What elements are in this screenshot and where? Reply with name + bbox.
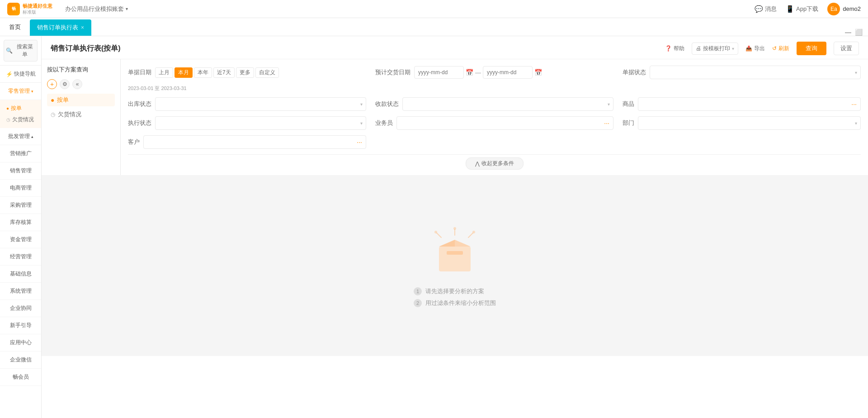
page-actions: ❓ 帮助 🖨 按模板打印 ▾ 📤 导出 ↺ 刷新 查询 设置 bbox=[665, 42, 859, 55]
empty-step-1: 1 请先选择要分析的方案 bbox=[414, 287, 496, 295]
tab-home[interactable]: 首页 bbox=[0, 19, 30, 36]
chevron-down-icon: ▾ bbox=[31, 89, 33, 94]
print-dropdown-icon: ▾ bbox=[732, 46, 734, 51]
sidebar-item-operation[interactable]: 经营管理 bbox=[0, 248, 41, 266]
sidebar-item-marketing[interactable]: 营销推广 bbox=[0, 145, 41, 162]
calendar-icon-right[interactable]: 📅 bbox=[534, 69, 542, 76]
query-button[interactable]: 查询 bbox=[797, 42, 826, 55]
tab-bar: 首页 销售订单执行表 × — ⬜ bbox=[0, 18, 868, 36]
message-button[interactable]: 💬 消息 bbox=[755, 5, 777, 13]
date-options: 上月 本月 本年 近7天 更多 自定义 bbox=[155, 67, 366, 78]
tab-sales-order[interactable]: 销售订单执行表 × bbox=[30, 19, 91, 36]
export-icon: 📤 bbox=[745, 45, 752, 52]
app-download-button[interactable]: 📱 App下载 bbox=[786, 5, 818, 13]
refresh-icon: ↺ bbox=[772, 45, 777, 52]
refresh-button[interactable]: ↺ 刷新 bbox=[772, 45, 789, 52]
window-maximize-button[interactable]: ⬜ bbox=[855, 28, 863, 36]
plan-list: ● 按单 ◷ 欠货情况 bbox=[47, 94, 115, 121]
goods-ellipsis-icon[interactable]: ··· bbox=[851, 100, 857, 108]
sidebar-item-basic[interactable]: 基础信息 bbox=[0, 266, 41, 283]
search-menu-button[interactable]: 🔍 搜索菜单 bbox=[4, 40, 38, 62]
add-plan-button[interactable]: + bbox=[47, 79, 57, 89]
tab-close-icon[interactable]: × bbox=[81, 24, 84, 31]
sidebar-item-app-center[interactable]: 应用中心 bbox=[0, 334, 41, 352]
print-icon: 🖨 bbox=[696, 45, 701, 52]
filter-settings-button[interactable]: 设置 bbox=[834, 42, 859, 55]
sidebar-item-retail[interactable]: 零售管理 ▾ bbox=[0, 83, 41, 100]
plan-inactive-icon: ◷ bbox=[51, 111, 55, 118]
department-select[interactable] bbox=[638, 116, 861, 130]
nav-icon: ⚡ bbox=[6, 71, 13, 77]
date-btn-more[interactable]: 更多 bbox=[236, 67, 254, 78]
expected-date-field: 预计交货日期 📅 — 📅 bbox=[375, 66, 613, 79]
logo-text: 畅捷通好生意 标准版 bbox=[23, 3, 52, 15]
active-dot-icon: ● bbox=[6, 106, 9, 111]
payment-status-select[interactable] bbox=[402, 97, 613, 111]
svg-rect-3 bbox=[447, 251, 463, 255]
date-btn-this-year[interactable]: 本年 bbox=[194, 67, 212, 78]
sidebar-item-purchase[interactable]: 采购管理 bbox=[0, 197, 41, 214]
sidebar-item-ecommerce[interactable]: 电商管理 bbox=[0, 180, 41, 197]
sidebar-item-newbie[interactable]: 新手引导 bbox=[0, 317, 41, 334]
date-range-dash: — bbox=[475, 69, 481, 76]
window-minimize-button[interactable]: — bbox=[845, 28, 851, 36]
empty-steps: 1 请先选择要分析的方案 2 用过滤条件来缩小分析范围 bbox=[414, 287, 496, 307]
out-status-field: 出库状态 ▾ bbox=[128, 97, 366, 111]
app-icon: 📱 bbox=[786, 5, 794, 13]
exec-status-select-wrapper: ▾ bbox=[155, 116, 366, 130]
sidebar-item-wholesale[interactable]: 批发管理 ▴ bbox=[0, 128, 41, 145]
date-btn-last-month[interactable]: 上月 bbox=[155, 67, 173, 78]
expected-date-from-input[interactable] bbox=[414, 66, 464, 79]
sidebar-item-membership[interactable]: 畅会员 bbox=[0, 369, 41, 386]
collapse-button[interactable]: ⋀ 收起更多条件 bbox=[466, 157, 524, 170]
sidebar-item-sales[interactable]: 销售管理 bbox=[0, 162, 41, 180]
sidebar-item-欠货情况[interactable]: ◷ 欠货情况 bbox=[4, 114, 38, 125]
plan-filter-header: 按以下方案查询 bbox=[47, 66, 115, 74]
help-button[interactable]: ❓ 帮助 bbox=[665, 45, 684, 52]
top-bar: 畅 畅捷通好生意 标准版 办公用品行业模拟账套 ▾ 💬 消息 📱 App下载 E… bbox=[0, 0, 868, 18]
system-dropdown[interactable]: 办公用品行业模拟账套 ▾ bbox=[65, 5, 128, 13]
payment-status-select-wrapper: ▾ bbox=[402, 97, 613, 111]
out-status-select-wrapper: ▾ bbox=[155, 97, 366, 111]
data-area: 1 请先选择要分析的方案 2 用过滤条件来缩小分析范围 bbox=[42, 175, 868, 356]
date-btn-custom[interactable]: 自定义 bbox=[255, 67, 279, 78]
sidebar-item-wechat[interactable]: 企业微信 bbox=[0, 352, 41, 369]
date-btn-7days[interactable]: 近7天 bbox=[213, 67, 235, 78]
sidebar-item-finance[interactable]: 资金管理 bbox=[0, 231, 41, 248]
plan-item-欠货情况[interactable]: ◷ 欠货情况 bbox=[47, 108, 115, 121]
search-icon: 🔍 bbox=[6, 48, 13, 54]
export-button[interactable]: 📤 导出 bbox=[745, 45, 765, 52]
plan-collapse-button[interactable]: « bbox=[72, 79, 82, 89]
calendar-icon-left[interactable]: 📅 bbox=[466, 69, 473, 76]
page-title: 销售订单执行表(按单) bbox=[51, 44, 121, 53]
salesperson-ellipsis-icon[interactable]: ··· bbox=[604, 119, 609, 127]
user-profile[interactable]: Ea demo2 bbox=[827, 3, 861, 15]
goods-input[interactable] bbox=[642, 101, 849, 108]
plan-settings-button[interactable]: ⚙ bbox=[60, 79, 70, 89]
quick-nav-button[interactable]: ⚡ 快捷导航 bbox=[0, 67, 41, 81]
step1-num: 1 bbox=[414, 287, 422, 295]
sidebar-item-inventory[interactable]: 库存核算 bbox=[0, 214, 41, 231]
salesperson-input[interactable] bbox=[401, 120, 604, 127]
out-status-select[interactable] bbox=[155, 97, 366, 111]
department-select-wrapper: ▾ bbox=[638, 116, 861, 130]
customer-input[interactable] bbox=[147, 139, 357, 146]
salesperson-input-wrapper: ··· bbox=[396, 116, 613, 130]
order-status-select[interactable] bbox=[650, 66, 861, 79]
customer-ellipsis-icon[interactable]: ··· bbox=[357, 138, 362, 146]
template-print-button[interactable]: 🖨 按模板打印 ▾ bbox=[692, 43, 738, 55]
expected-date-to-input[interactable] bbox=[483, 66, 533, 79]
date-btn-this-month[interactable]: 本月 bbox=[175, 67, 193, 78]
exec-status-field: 执行状态 ▾ bbox=[128, 116, 366, 130]
plan-item-按单[interactable]: ● 按单 bbox=[47, 94, 115, 106]
tab-bar-right: — ⬜ bbox=[845, 28, 868, 36]
order-status-field: 单据状态 ▾ bbox=[623, 66, 861, 79]
main-layout: 🔍 搜索菜单 ⚡ 快捷导航 零售管理 ▾ ● 按单 ◷ 欠货情况 bbox=[0, 36, 868, 418]
empty-icon bbox=[428, 224, 482, 278]
sidebar-item-enterprise[interactable]: 企业协同 bbox=[0, 300, 41, 317]
sidebar-item-按单[interactable]: ● 按单 bbox=[4, 103, 38, 114]
sidebar-item-system[interactable]: 系统管理 bbox=[0, 283, 41, 300]
svg-line-6 bbox=[468, 233, 473, 238]
exec-status-select[interactable] bbox=[155, 116, 366, 130]
plan-action-buttons: + ⚙ « bbox=[47, 79, 115, 89]
